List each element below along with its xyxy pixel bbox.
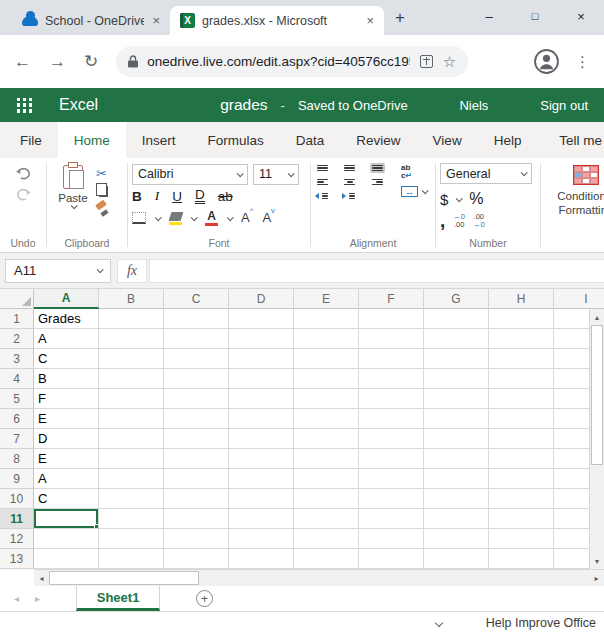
cell-B12[interactable] bbox=[99, 529, 164, 549]
column-header-D[interactable]: D bbox=[229, 289, 294, 309]
cell-F13[interactable] bbox=[359, 549, 424, 569]
cell-D13[interactable] bbox=[229, 549, 294, 569]
undo-icon[interactable] bbox=[15, 167, 32, 180]
increase-decimal-icon[interactable]: .00→0 bbox=[473, 213, 485, 230]
sign-out-button[interactable]: Sign out bbox=[540, 98, 588, 113]
cell-C7[interactable] bbox=[164, 429, 229, 449]
paste-dropdown-chevron-icon[interactable] bbox=[70, 202, 77, 209]
cell-E9[interactable] bbox=[294, 469, 359, 489]
select-all-corner[interactable] bbox=[0, 289, 34, 309]
cell-B13[interactable] bbox=[99, 549, 164, 569]
ribbon-tab-review[interactable]: Review bbox=[340, 122, 416, 158]
ribbon-tab-home[interactable]: Home bbox=[58, 122, 126, 158]
row-header-11[interactable]: 11 bbox=[0, 509, 34, 529]
column-header-E[interactable]: E bbox=[294, 289, 359, 309]
row-header-2[interactable]: 2 bbox=[0, 329, 34, 349]
minimize-button[interactable]: – bbox=[466, 9, 512, 24]
cell-F8[interactable] bbox=[359, 449, 424, 469]
column-header-A[interactable]: A bbox=[34, 289, 99, 309]
increase-font-size-button[interactable]: A^ bbox=[241, 210, 253, 225]
row-header-8[interactable]: 8 bbox=[0, 449, 34, 469]
cell-E7[interactable] bbox=[294, 429, 359, 449]
vertical-scroll-thumb[interactable] bbox=[591, 325, 603, 465]
row-header-3[interactable]: 3 bbox=[0, 349, 34, 369]
font-size-select[interactable]: 11 bbox=[253, 164, 299, 185]
column-header-B[interactable]: B bbox=[99, 289, 164, 309]
decrease-indent-icon[interactable] bbox=[315, 191, 336, 201]
cell-G8[interactable] bbox=[424, 449, 489, 469]
font-family-select[interactable]: Calibri bbox=[132, 164, 248, 185]
row-header-10[interactable]: 10 bbox=[0, 489, 34, 509]
forward-icon[interactable]: → bbox=[49, 52, 66, 72]
cell-C4[interactable] bbox=[164, 369, 229, 389]
conditional-formatting-button[interactable]: Conditional Formatting bbox=[541, 158, 604, 252]
ribbon-tab-file[interactable]: File bbox=[4, 122, 58, 158]
column-header-C[interactable]: C bbox=[164, 289, 229, 309]
cell-A8[interactable]: E bbox=[34, 449, 99, 469]
cell-G2[interactable] bbox=[424, 329, 489, 349]
cell-G4[interactable] bbox=[424, 369, 489, 389]
sheet-tab-sheet1[interactable]: Sheet1 bbox=[76, 586, 160, 611]
cell-D6[interactable] bbox=[229, 409, 294, 429]
row-header-12[interactable]: 12 bbox=[0, 529, 34, 549]
increase-indent-icon[interactable] bbox=[342, 191, 363, 201]
browser-tab-school-onedrive[interactable]: School - OneDrive × bbox=[12, 6, 170, 35]
cell-G1[interactable] bbox=[424, 309, 489, 329]
cell-F10[interactable] bbox=[359, 489, 424, 509]
merge-center-icon[interactable]: ↔ bbox=[401, 186, 418, 197]
number-format-select[interactable]: General bbox=[440, 163, 532, 184]
cell-F7[interactable] bbox=[359, 429, 424, 449]
cell-D8[interactable] bbox=[229, 449, 294, 469]
user-name[interactable]: Niels bbox=[459, 98, 488, 113]
cell-H11[interactable] bbox=[489, 509, 554, 529]
maximize-button[interactable]: □ bbox=[512, 10, 558, 22]
cell-H5[interactable] bbox=[489, 389, 554, 409]
chevron-down-icon[interactable] bbox=[456, 195, 463, 202]
cell-G5[interactable] bbox=[424, 389, 489, 409]
cut-icon[interactable]: ✂ bbox=[96, 166, 107, 181]
cell-H6[interactable] bbox=[489, 409, 554, 429]
cell-D2[interactable] bbox=[229, 329, 294, 349]
cell-C2[interactable] bbox=[164, 329, 229, 349]
horizontal-scroll-thumb[interactable] bbox=[49, 571, 199, 585]
profile-avatar-icon[interactable] bbox=[534, 49, 559, 74]
cell-D9[interactable] bbox=[229, 469, 294, 489]
cell-H13[interactable] bbox=[489, 549, 554, 569]
cell-C13[interactable] bbox=[164, 549, 229, 569]
cell-C6[interactable] bbox=[164, 409, 229, 429]
cell-F1[interactable] bbox=[359, 309, 424, 329]
format-painter-icon[interactable] bbox=[95, 202, 108, 215]
formula-input[interactable] bbox=[149, 259, 604, 283]
cell-G11[interactable] bbox=[424, 509, 489, 529]
cell-A13[interactable] bbox=[34, 549, 99, 569]
row-header-9[interactable]: 9 bbox=[0, 469, 34, 489]
cell-D1[interactable] bbox=[229, 309, 294, 329]
decrease-font-size-button[interactable]: Av bbox=[262, 210, 275, 225]
italic-button[interactable]: I bbox=[155, 188, 160, 204]
cell-E5[interactable] bbox=[294, 389, 359, 409]
middle-align-icon[interactable] bbox=[342, 163, 357, 173]
align-center-icon[interactable] bbox=[342, 177, 357, 187]
chevron-down-icon[interactable] bbox=[435, 619, 443, 627]
tab-close-icon[interactable]: × bbox=[150, 13, 162, 28]
browser-tab-grades-xlsx[interactable]: X grades.xlsx - Microsoft × bbox=[170, 6, 384, 35]
cell-C11[interactable] bbox=[164, 509, 229, 529]
vertical-scrollbar[interactable]: ▴ ▾ bbox=[589, 309, 604, 569]
cell-B6[interactable] bbox=[99, 409, 164, 429]
scroll-down-icon[interactable]: ▾ bbox=[590, 553, 604, 569]
cell-G3[interactable] bbox=[424, 349, 489, 369]
wrap-text-icon[interactable]: ab c↵ bbox=[401, 164, 427, 179]
chevron-down-icon[interactable] bbox=[422, 187, 429, 194]
ribbon-tab-data[interactable]: Data bbox=[280, 122, 341, 158]
cell-D7[interactable] bbox=[229, 429, 294, 449]
ribbon-tab-formulas[interactable]: Formulas bbox=[192, 122, 280, 158]
window-close-button[interactable]: × bbox=[558, 9, 604, 24]
cell-E1[interactable] bbox=[294, 309, 359, 329]
cell-A10[interactable]: C bbox=[34, 489, 99, 509]
row-header-13[interactable]: 13 bbox=[0, 549, 34, 569]
cell-H10[interactable] bbox=[489, 489, 554, 509]
copy-icon[interactable] bbox=[99, 186, 108, 197]
scroll-up-icon[interactable]: ▴ bbox=[590, 309, 604, 325]
cell-B8[interactable] bbox=[99, 449, 164, 469]
align-left-icon[interactable] bbox=[315, 177, 330, 187]
